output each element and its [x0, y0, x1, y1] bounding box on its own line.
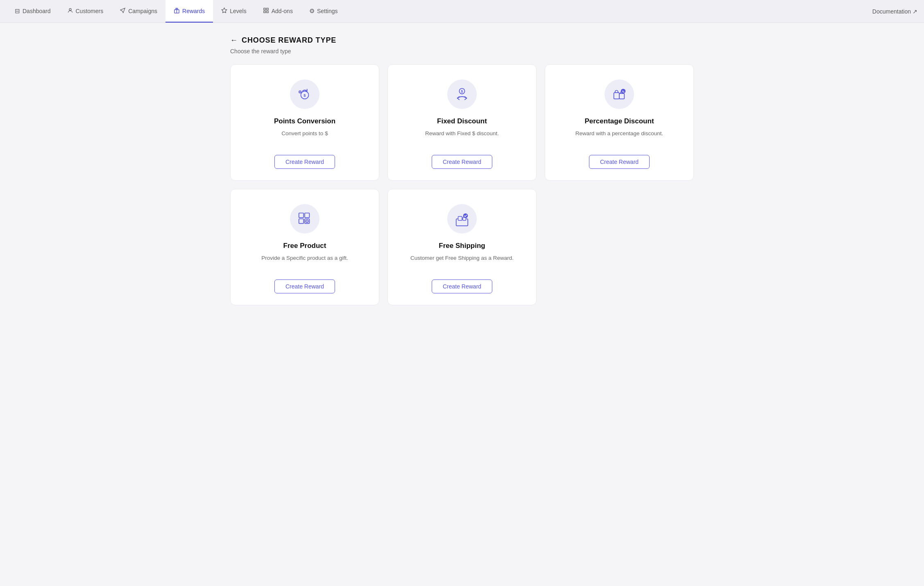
settings-icon: ⚙	[309, 7, 315, 15]
create-reward-fixed-btn[interactable]: Create Reward	[432, 155, 492, 169]
fixed-discount-icon-wrap: $	[447, 79, 477, 109]
free-shipping-desc: Customer get Free Shipping as a Reward.	[410, 254, 514, 270]
documentation-link[interactable]: Documentation ↗	[872, 8, 917, 15]
nav-item-levels[interactable]: Levels	[213, 0, 254, 23]
free-shipping-icon-wrap	[447, 204, 477, 234]
svg-text:$: $	[306, 220, 308, 223]
svg-rect-3	[264, 8, 265, 9]
main-content: ← CHOOSE REWARD TYPE Choose the reward t…	[220, 23, 704, 318]
card-free-product: $ Free Product Provide a Specific produc…	[230, 189, 379, 305]
fixed-discount-title: Fixed Discount	[437, 117, 487, 125]
nav-item-campaigns[interactable]: Campaigns	[111, 0, 165, 23]
fixed-discount-desc: Reward with Fixed $ discount.	[425, 129, 499, 146]
svg-rect-17	[305, 213, 309, 218]
svg-rect-4	[266, 8, 268, 9]
card-percentage-discount: % Percentage Discount Reward with a perc…	[545, 64, 694, 181]
card-fixed-discount: $ Fixed Discount Reward with Fixed $ dis…	[387, 64, 537, 181]
back-button[interactable]: ←	[230, 36, 238, 45]
customers-icon	[67, 7, 73, 15]
nav-item-settings[interactable]: ⚙ Settings	[301, 0, 346, 23]
free-product-title: Free Product	[283, 242, 326, 250]
empty-card-placeholder	[545, 189, 694, 305]
nav-label-campaigns: Campaigns	[128, 8, 157, 14]
svg-rect-5	[264, 11, 265, 12]
campaigns-icon	[120, 7, 126, 15]
card-free-shipping: Free Shipping Customer get Free Shipping…	[387, 189, 537, 305]
nav-label-rewards: Rewards	[182, 8, 205, 14]
create-reward-points-btn[interactable]: Create Reward	[274, 155, 335, 169]
free-shipping-icon	[454, 211, 470, 227]
points-conversion-icon-wrap: $	[290, 79, 319, 109]
nav-item-rewards[interactable]: Rewards	[165, 0, 213, 23]
card-points-conversion: $ Points Conversion Convert points to $ …	[230, 64, 379, 181]
points-conversion-desc: Convert points to $	[281, 129, 328, 146]
page-title: CHOOSE REWARD TYPE	[242, 36, 336, 45]
top-cards-row: $ Points Conversion Convert points to $ …	[230, 64, 694, 181]
free-product-desc: Provide a Specific product as a gift.	[261, 254, 348, 270]
free-product-icon: $	[297, 211, 313, 227]
page-header: ← CHOOSE REWARD TYPE Choose the reward t…	[230, 36, 694, 55]
rewards-icon	[174, 7, 180, 15]
documentation-label: Documentation	[872, 8, 911, 15]
svg-point-25	[463, 214, 468, 218]
svg-rect-12	[614, 93, 619, 99]
svg-rect-13	[619, 93, 624, 99]
percentage-discount-icon-wrap: %	[605, 79, 634, 109]
svg-rect-6	[266, 11, 268, 12]
free-product-icon-wrap: $	[290, 204, 319, 234]
fixed-discount-icon: $	[454, 86, 470, 102]
svg-text:$: $	[303, 93, 306, 98]
svg-rect-16	[299, 213, 303, 218]
percentage-discount-icon: %	[611, 86, 627, 102]
nav-item-addons[interactable]: Add-ons	[255, 0, 301, 23]
nav-item-customers[interactable]: Customers	[59, 0, 112, 23]
page-subtitle: Choose the reward type	[230, 48, 694, 55]
dashboard-icon: ⊟	[15, 7, 20, 15]
nav-items: ⊟ Dashboard Customers Campaigns	[7, 0, 872, 23]
create-reward-product-btn[interactable]: Create Reward	[274, 279, 335, 293]
percentage-discount-title: Percentage Discount	[584, 117, 654, 125]
create-reward-percentage-btn[interactable]: Create Reward	[589, 155, 650, 169]
svg-rect-18	[299, 219, 303, 223]
nav-bar: ⊟ Dashboard Customers Campaigns	[0, 0, 924, 23]
addons-icon	[263, 7, 269, 15]
back-row: ← CHOOSE REWARD TYPE	[230, 36, 694, 45]
create-reward-shipping-btn[interactable]: Create Reward	[432, 279, 492, 293]
nav-item-dashboard[interactable]: ⊟ Dashboard	[7, 0, 59, 23]
svg-text:$: $	[461, 89, 463, 93]
levels-icon	[221, 7, 227, 15]
percentage-discount-desc: Reward with a percentage discount.	[575, 129, 664, 146]
points-conversion-title: Points Conversion	[274, 117, 335, 125]
nav-label-dashboard: Dashboard	[23, 8, 51, 14]
free-shipping-title: Free Shipping	[439, 242, 485, 250]
points-conversion-icon: $	[297, 86, 313, 102]
svg-text:%: %	[622, 90, 625, 93]
svg-rect-23	[458, 216, 462, 220]
nav-label-levels: Levels	[230, 8, 246, 14]
external-link-icon: ↗	[913, 8, 917, 15]
bottom-cards-row: $ Free Product Provide a Specific produc…	[230, 189, 694, 305]
nav-right: Documentation ↗	[872, 0, 917, 23]
svg-point-0	[69, 8, 71, 10]
nav-label-addons: Add-ons	[272, 8, 293, 14]
nav-label-customers: Customers	[76, 8, 104, 14]
nav-label-settings: Settings	[317, 8, 338, 14]
